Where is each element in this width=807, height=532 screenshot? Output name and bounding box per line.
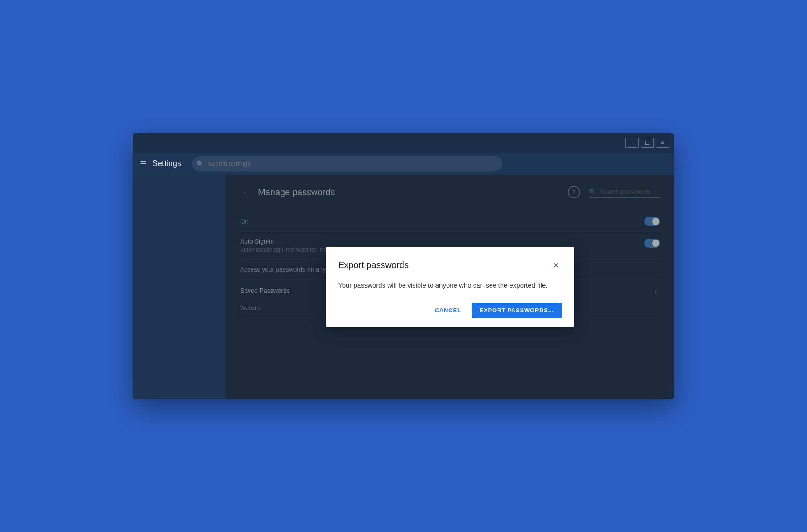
minimize-button[interactable]: — <box>625 138 639 148</box>
dialog-title: Export passwords <box>338 260 409 270</box>
menu-icon[interactable]: ☰ <box>140 159 147 169</box>
dialog-body: Your passwords will be visible to anyone… <box>338 280 562 291</box>
browser-window: — ☐ ✕ ☰ Settings 🔍 ← Manage passwords ? <box>133 133 674 399</box>
close-button[interactable]: ✕ <box>656 138 669 148</box>
settings-header: ☰ Settings 🔍 <box>133 153 674 175</box>
cancel-button[interactable]: CANCEL <box>428 303 468 318</box>
title-bar: — ☐ ✕ <box>133 133 674 153</box>
search-bar-container: 🔍 <box>192 156 502 171</box>
content-area: ← Manage passwords ? 🔍 On Auto Sign-in A… <box>226 175 674 399</box>
sidebar <box>133 175 226 399</box>
header-search-wrap: 🔍 <box>192 156 502 171</box>
main-area: ← Manage passwords ? 🔍 On Auto Sign-in A… <box>133 175 674 399</box>
header-search-icon: 🔍 <box>196 160 204 167</box>
maximize-button[interactable]: ☐ <box>641 138 654 148</box>
dialog-header: Export passwords ✕ <box>338 259 562 272</box>
dialog-overlay: Export passwords ✕ Your passwords will b… <box>226 175 674 399</box>
export-passwords-button[interactable]: EXPORT PASSWORDS... <box>472 303 562 318</box>
dialog-close-button[interactable]: ✕ <box>550 259 562 272</box>
window-controls: — ☐ ✕ <box>625 138 669 148</box>
settings-search-input[interactable] <box>192 156 502 171</box>
settings-title: Settings <box>152 159 181 168</box>
dialog-actions: CANCEL EXPORT PASSWORDS... <box>338 303 562 318</box>
export-passwords-dialog: Export passwords ✕ Your passwords will b… <box>326 247 574 327</box>
